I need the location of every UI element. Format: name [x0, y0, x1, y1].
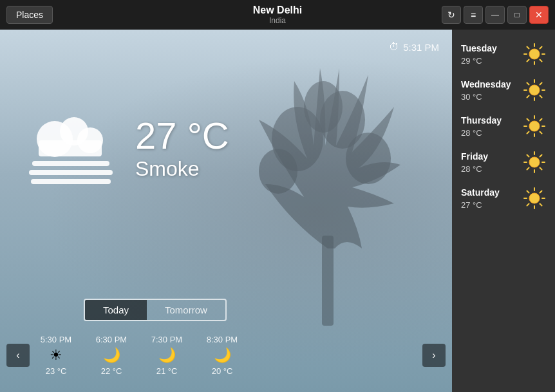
hourly-temp: 20 °C — [212, 366, 233, 376]
close-button[interactable]: ✕ — [529, 6, 549, 24]
titlebar: Places New Delhi India ↻ ≡ — □ ✕ — [0, 0, 555, 30]
svg-line-19 — [540, 60, 542, 62]
today-button[interactable]: Today — [85, 300, 147, 320]
hourly-time: 6:30 PM — [96, 335, 127, 344]
hourly-item: 6:30 PM 🌙 22 °C — [89, 335, 134, 376]
day-temp: 30 °C — [461, 92, 516, 102]
day-info: Saturday 27 °C — [461, 187, 516, 210]
titlebar-center: New Delhi India — [253, 5, 302, 25]
sidebar: Tuesday 29 °C Wednesday 30 °C — [452, 30, 555, 392]
sun-icon — [523, 42, 546, 66]
svg-line-29 — [540, 83, 542, 85]
maximize-button[interactable]: □ — [507, 6, 527, 24]
day-name: Friday — [461, 151, 516, 162]
svg-line-37 — [540, 132, 542, 134]
city-name: New Delhi — [253, 5, 302, 16]
day-forecast-item: Saturday 27 °C — [452, 180, 555, 216]
svg-point-49 — [529, 193, 540, 203]
next-arrow[interactable]: › — [422, 344, 446, 367]
day-forecast-item: Thursday 28 °C — [452, 108, 555, 144]
svg-line-55 — [540, 204, 542, 206]
day-name: Wednesday — [461, 79, 516, 89]
svg-line-57 — [527, 204, 529, 206]
sun-icon — [523, 151, 546, 174]
day-forecast-item: Wednesday 30 °C — [452, 72, 555, 108]
hourly-time: 7:30 PM — [151, 335, 182, 344]
weather-time: ⏱ 5:31 PM — [389, 41, 439, 53]
titlebar-left: Places — [6, 6, 53, 24]
svg-line-21 — [527, 60, 529, 62]
hourly-item: 5:30 PM ☀ 23 °C — [33, 335, 79, 376]
svg-line-18 — [527, 47, 529, 49]
svg-point-31 — [529, 121, 540, 131]
svg-line-56 — [540, 191, 542, 193]
svg-line-38 — [540, 119, 542, 121]
weather-panel: ⏱ 5:31 PM 27 °C Smo — [0, 30, 452, 392]
svg-line-54 — [527, 191, 529, 193]
svg-line-48 — [527, 168, 529, 170]
hourly-temp: 21 °C — [156, 366, 178, 376]
day-info: Tuesday 29 °C — [461, 43, 516, 66]
day-temp: 27 °C — [461, 200, 516, 210]
prev-arrow[interactable]: ‹ — [6, 344, 30, 367]
svg-rect-10 — [32, 161, 109, 166]
temperature: 27 °C — [135, 117, 229, 154]
hourly-icon: 🌙 — [214, 347, 231, 364]
tomorrow-button[interactable]: Tomorrow — [147, 300, 225, 320]
current-time: 5:31 PM — [403, 42, 439, 53]
day-name: Tuesday — [461, 43, 516, 53]
svg-line-36 — [527, 119, 529, 121]
svg-point-13 — [529, 49, 540, 59]
svg-point-3 — [346, 133, 391, 184]
hourly-time: 5:30 PM — [41, 335, 71, 344]
condition: Smoke — [135, 157, 229, 181]
svg-line-27 — [527, 83, 529, 85]
clock-icon: ⏱ — [389, 41, 399, 53]
weather-details: 27 °C Smoke — [135, 117, 229, 181]
main-content: ⏱ 5:31 PM 27 °C Smo — [0, 30, 555, 392]
hourly-item: 8:30 PM 🌙 20 °C — [200, 335, 245, 376]
svg-line-45 — [527, 155, 529, 157]
svg-line-20 — [540, 47, 542, 49]
sun-icon — [523, 115, 546, 138]
day-name: Saturday — [461, 187, 516, 198]
svg-line-46 — [540, 168, 542, 170]
hourly-item: 7:30 PM 🌙 21 °C — [144, 335, 189, 376]
hourly-icon: 🌙 — [158, 347, 176, 364]
refresh-button[interactable]: ↻ — [442, 6, 461, 24]
day-temp: 28 °C — [461, 164, 516, 174]
hourly-section: ‹ 5:30 PM ☀ 23 °C 6:30 PM 🌙 22 °C 7:30 P… — [0, 335, 452, 376]
places-button[interactable]: Places — [6, 6, 53, 24]
day-forecast-item: Friday 28 °C — [452, 144, 555, 180]
svg-rect-0 — [322, 236, 334, 326]
svg-rect-12 — [31, 179, 111, 184]
hourly-icon: ☀ — [50, 347, 62, 364]
svg-line-28 — [540, 96, 542, 98]
svg-line-30 — [527, 96, 529, 98]
svg-rect-9 — [39, 140, 102, 156]
hourly-icon: 🌙 — [103, 347, 120, 364]
minimize-button[interactable]: — — [485, 6, 505, 24]
menu-button[interactable]: ≡ — [464, 6, 483, 24]
svg-line-39 — [527, 132, 529, 134]
weather-condition-icon — [19, 107, 122, 191]
day-toggle: Today Tomorrow — [84, 299, 227, 321]
day-name: Thursday — [461, 115, 516, 126]
day-info: Wednesday 30 °C — [461, 79, 516, 102]
sun-icon — [523, 79, 546, 102]
day-temp: 29 °C — [461, 56, 516, 66]
weather-info: 27 °C Smoke — [19, 107, 229, 191]
hourly-temp: 22 °C — [101, 366, 122, 376]
hourly-time: 8:30 PM — [207, 335, 238, 344]
svg-point-4 — [259, 149, 297, 194]
day-forecast-item: Tuesday 29 °C — [452, 36, 555, 72]
titlebar-right: ↻ ≡ — □ ✕ — [442, 6, 549, 24]
day-info: Thursday 28 °C — [461, 115, 516, 138]
svg-rect-11 — [29, 170, 113, 175]
day-temp: 28 °C — [461, 128, 516, 138]
svg-point-22 — [529, 85, 540, 95]
svg-point-40 — [529, 157, 540, 167]
svg-line-47 — [540, 155, 542, 157]
sun-icon — [523, 187, 546, 210]
hourly-temp: 23 °C — [46, 366, 67, 376]
